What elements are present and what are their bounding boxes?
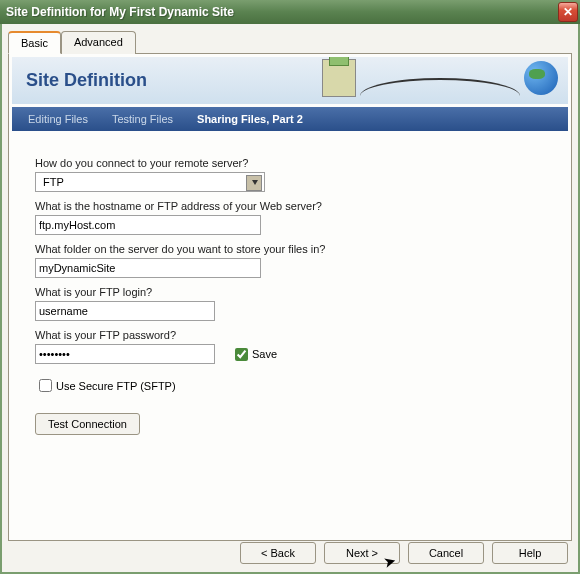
banner-art bbox=[322, 59, 558, 97]
next-button[interactable]: Next > bbox=[324, 542, 400, 564]
tab-basic-label: Basic bbox=[21, 37, 48, 49]
step-editing-label: Editing Files bbox=[28, 113, 88, 125]
hostname-input[interactable] bbox=[35, 215, 261, 235]
footer-buttons: < Back Next > Cancel Help bbox=[240, 542, 568, 564]
window-title: Site Definition for My First Dynamic Sit… bbox=[6, 5, 558, 19]
close-button[interactable]: ✕ bbox=[558, 2, 578, 22]
cable-icon bbox=[360, 78, 520, 96]
hostname-label: What is the hostname or FTP address of y… bbox=[35, 200, 545, 212]
folder-label: What folder on the server do you want to… bbox=[35, 243, 545, 255]
login-label: What is your FTP login? bbox=[35, 286, 545, 298]
sftp-checkbox[interactable] bbox=[39, 379, 52, 392]
password-label: What is your FTP password? bbox=[35, 329, 545, 341]
step-bar: Editing Files Testing Files Sharing File… bbox=[12, 107, 568, 131]
test-connection-label: Test Connection bbox=[48, 418, 127, 430]
tab-basic[interactable]: Basic bbox=[8, 31, 61, 54]
connect-select[interactable]: FTP bbox=[35, 172, 265, 192]
connect-select-wrap: FTP bbox=[35, 172, 265, 192]
step-sharing-files[interactable]: Sharing Files, Part 2 bbox=[185, 113, 315, 125]
help-button[interactable]: Help bbox=[492, 542, 568, 564]
save-checkbox[interactable] bbox=[235, 348, 248, 361]
tab-advanced-label: Advanced bbox=[74, 36, 123, 48]
step-testing-files[interactable]: Testing Files bbox=[100, 113, 185, 125]
password-input[interactable] bbox=[35, 344, 215, 364]
back-label: < Back bbox=[261, 547, 295, 559]
step-testing-label: Testing Files bbox=[112, 113, 173, 125]
tab-advanced[interactable]: Advanced bbox=[61, 31, 136, 54]
password-row: Save bbox=[35, 344, 545, 364]
globe-icon bbox=[524, 61, 558, 95]
folder-input[interactable] bbox=[35, 258, 261, 278]
page-title: Site Definition bbox=[26, 70, 147, 91]
step-editing-files[interactable]: Editing Files bbox=[16, 113, 100, 125]
cancel-label: Cancel bbox=[429, 547, 463, 559]
next-label: Next > bbox=[346, 547, 378, 559]
server-icon bbox=[322, 59, 356, 97]
tab-strip: Basic Advanced bbox=[8, 31, 572, 54]
sftp-row: Use Secure FTP (SFTP) bbox=[35, 376, 545, 395]
save-label: Save bbox=[252, 348, 277, 360]
help-label: Help bbox=[519, 547, 542, 559]
login-input[interactable] bbox=[35, 301, 215, 321]
titlebar: Site Definition for My First Dynamic Sit… bbox=[0, 0, 580, 24]
step-sharing-label: Sharing Files, Part 2 bbox=[197, 113, 303, 125]
form-area: How do you connect to your remote server… bbox=[9, 131, 571, 453]
banner: Site Definition bbox=[12, 57, 568, 104]
connect-label: How do you connect to your remote server… bbox=[35, 157, 545, 169]
window-body: Basic Advanced Site Definition Editing F… bbox=[0, 24, 580, 574]
back-button[interactable]: < Back bbox=[240, 542, 316, 564]
cancel-button[interactable]: Cancel bbox=[408, 542, 484, 564]
tab-panel: Site Definition Editing Files Testing Fi… bbox=[8, 53, 572, 541]
test-connection-button[interactable]: Test Connection bbox=[35, 413, 140, 435]
close-icon: ✕ bbox=[563, 5, 573, 19]
sftp-label: Use Secure FTP (SFTP) bbox=[56, 380, 176, 392]
